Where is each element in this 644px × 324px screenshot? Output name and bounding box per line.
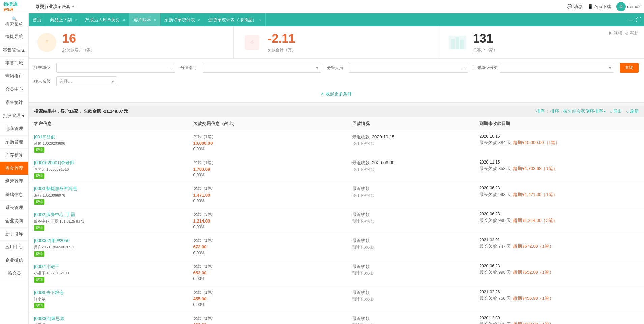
debt-amount: 10,000.00 [193,141,353,146]
total-number: 131 [473,32,497,46]
unit-category-select[interactable]: ▾ [500,63,614,73]
customer-name[interactable]: [0003]畅捷服务尹海燕 [34,186,193,192]
results-info: 搜索结果中，客户16家， 欠款金额 -21,148.07元 [34,108,128,114]
overdue-link[interactable]: 超期¥429.00（1笔） [513,322,553,324]
sidebar-item-apps[interactable]: 应用中心 [0,241,28,254]
refresh-btn[interactable]: ○ 刷新 [626,108,639,114]
customer-name[interactable]: [000002]用户2050 [34,238,193,244]
customer-name[interactable]: [0002]服务中心_丁磊 [34,212,193,218]
manager-input[interactable]: ... [349,63,468,73]
overdue-link[interactable]: 超期¥1,703.68（1笔） [513,166,557,171]
balance-select[interactable]: 选择... ▾ [56,76,117,86]
tab-maximize-btn[interactable]: ⛶ [636,17,641,23]
customer-name[interactable]: [0001020001]李老师 [34,160,193,166]
sidebar-item-new-guide[interactable]: 新手引导 [0,228,28,241]
filter-collapse-btn[interactable]: ∧ 收起更多条件 [34,90,639,98]
debt-info: 欠款（1笔） 672.00 0.00% [193,238,353,255]
tab-home[interactable]: 首页 [29,13,46,26]
overdue-link[interactable]: 超期¥652.00（1笔） [513,270,553,275]
debt-percent: 0.00% [193,199,353,203]
overdue-link[interactable]: 超期¥672.00（1笔） [513,244,553,249]
debt-percent: 0.00% [193,302,353,307]
overdue-link[interactable]: 超期¥455.90（1笔） [513,296,553,301]
sidebar-item-retail-mgmt[interactable]: 零售管理 ▲ [0,43,28,57]
recovery-label: 最近收款 2020-06-30 [352,160,479,166]
sidebar-item-purchase[interactable]: 采购管理 [0,136,28,149]
tab-minimize-btn[interactable]: — [628,17,633,23]
tab-customer-account-close[interactable]: × [154,18,156,22]
overdue-link[interactable]: 超期¥1,471.00（1笔） [513,192,557,197]
export-btn[interactable]: ○ 导出 [610,108,622,114]
sidebar-item-enterprise[interactable]: 企业协同 [0,214,28,228]
customer-contact: 服务中心_丁磊 181 0125 8371 [34,219,193,224]
user-avatar-area[interactable]: D demo2 [616,2,641,11]
store-selector[interactable]: 母婴行业演示账套 ▾ [32,4,78,10]
sidebar-item-ecommerce[interactable]: 电商管理 [0,122,28,136]
help-btn[interactable]: ⊙ 帮助 [625,30,639,36]
debt-percent: 0.00% [193,173,353,177]
manager-dots: ... [461,65,465,70]
overdue-info: 2020.06.23 最长欠款 998 天 超期¥652.00（1笔） [479,264,639,275]
overdue-info: 2020.10.15 最长欠款 884 天 超期¥10,000.00（1笔） [479,134,639,146]
sidebar-item-basic-info[interactable]: 基础信息 [0,188,28,201]
tab-production-history[interactable]: 产成品入库单历史 × [81,13,129,26]
sidebar-item-system[interactable]: 系统管理 [0,201,28,214]
results-actions: 排序：排序：按欠款金额倒序排序 ▾ ○ 导出 ○ 刷新 [536,108,639,114]
customer-name[interactable]: [000001]黄思源 [34,316,193,322]
sidebar-item-wechat[interactable]: 企业微信 [0,254,28,267]
tab-purchase-stats-close[interactable]: × [198,18,200,22]
sidebar-item-operations[interactable]: 经营管理 [0,175,28,188]
debt-amount: 1,703.68 [193,167,353,172]
sidebar-item-quick-nav[interactable]: 快捷导航 [0,30,28,43]
tab-import-stats-close[interactable]: × [259,18,261,22]
search-icon: 🔍 [11,16,17,21]
debt-percent: 0.00% [193,276,353,281]
overdue-info: 2020.06.23 最长欠款 998 天 超期¥1,471.00（1笔） [479,186,639,198]
sidebar-item-members[interactable]: 会员中心 [0,83,28,96]
debtors-label: 总欠款客户（家） [62,47,95,53]
customer-name[interactable]: [0016]吕俊 [34,134,193,140]
tab-import-stats[interactable]: 进货单统计表（按商品） × [204,13,266,26]
app-download-btn[interactable]: 📱 App下载 [588,4,611,10]
sidebar-item-marketing[interactable]: 营销推广 [0,70,28,83]
customer-name[interactable]: [0006]去下粮仓 [34,290,193,296]
table-row: [0001020001]李老师 李老师 18600391516 现销 欠款（1笔… [29,156,644,182]
tab-production-history-label: 产成品入库单历史 [85,17,120,23]
overdue-link[interactable]: 超期¥1,214.00（3笔） [513,218,557,223]
department-select[interactable]: ▾ [203,63,321,73]
source-unit-input[interactable]: ... [56,63,175,73]
sidebar-item-batch-mgmt[interactable]: 批发管理 ▼ [0,109,28,122]
overdue-info: 2021.02.26 最长欠款 750 天 超期¥455.90（1笔） [479,290,639,301]
sidebar: 🔍 搜索菜单 快捷导航 零售管理 ▲ 零售商城 营销推广 会员中心 零售统计 批… [0,13,29,324]
customer-name[interactable]: [0007]小进干 [34,264,193,270]
recovery-info: 最近收款 预计下次收款 [352,212,479,224]
filter-row-1: 往来单位 ... 分管部门 ▾ [34,63,639,73]
results-amount: 欠款金额 -21,148.07元 [84,109,128,114]
overdue-link[interactable]: 超期¥10,000.00（1笔） [513,140,559,145]
recovery-info: 最近收款 预计下次收款 [352,290,479,302]
recovery-next: 预计下次收款 [352,167,479,172]
sidebar-search[interactable]: 🔍 搜索菜单 [0,13,28,30]
tab-products-off-close[interactable]: × [75,18,77,22]
tab-production-history-close[interactable]: × [123,18,125,22]
customer-contact: 黄思源 13552700226 [34,323,193,324]
amount-icon: ◇ [242,32,262,53]
header-recovery: 回款情况 [352,121,479,127]
table-row: [0007]小进干 小进干 18279152100 现销 欠款（1笔） 652.… [29,260,644,286]
sidebar-item-retail-mall[interactable]: 零售商城 [0,57,28,70]
tab-purchase-stats[interactable]: 采购订单统计表 × [160,13,204,26]
results-bar: 搜索结果中，客户16家， 欠款金额 -21,148.07元 排序：排序：按欠款金… [29,106,644,117]
video-btn[interactable]: ▶ 视频 [608,30,623,36]
sidebar-item-retail-stats[interactable]: 零售统计 [0,96,28,109]
message-btn[interactable]: 💬 消息 [567,4,582,10]
recovery-label: 最近收款 [352,238,479,244]
tab-home-label: 首页 [33,17,41,23]
recovery-next: 预计下次收款 [352,193,479,198]
sidebar-item-finance[interactable]: 资金管理 [0,162,28,175]
sidebar-item-inventory[interactable]: 库存核算 [0,149,28,162]
tab-customer-account[interactable]: 客户账本 × [130,13,160,26]
sidebar-item-vip[interactable]: 畅会员 [0,267,28,280]
search-button[interactable]: 查询 [620,63,639,73]
overdue-date: 2020.06.23 [479,264,639,268]
tab-products-off[interactable]: 商品上下架 × [46,13,81,26]
